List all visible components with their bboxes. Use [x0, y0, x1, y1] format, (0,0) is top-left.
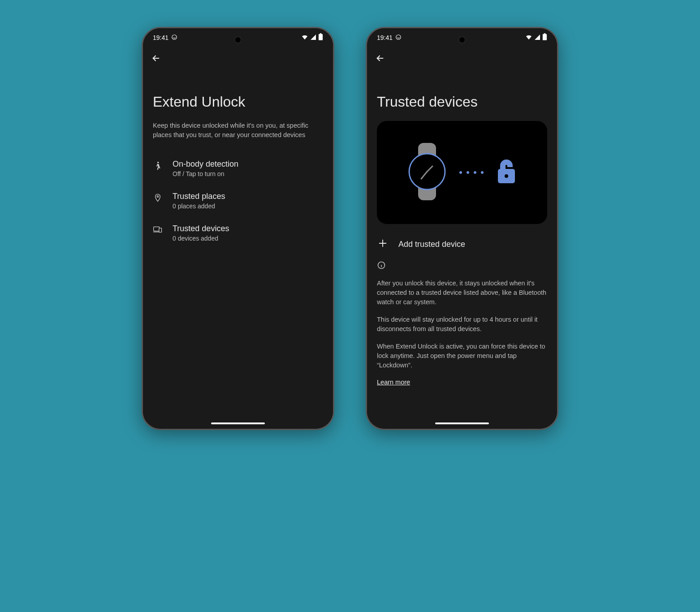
back-arrow-icon[interactable] — [151, 53, 161, 65]
content-area: Trusted devices — [367, 71, 557, 418]
setting-title: Trusted devices — [173, 224, 323, 233]
phone-trusted-devices: 19:41 Trusted devices — [366, 27, 558, 430]
content-area: Extend Unlock Keep this device unlocked … — [143, 71, 333, 418]
location-pin-icon — [153, 192, 163, 203]
info-paragraph-2: This device will stay unlocked for up to… — [377, 315, 547, 334]
status-time: 19:41 — [377, 34, 393, 41]
setting-trusted-devices[interactable]: Trusted devices 0 devices added — [153, 217, 323, 249]
svg-rect-9 — [544, 33, 546, 34]
svg-point-4 — [157, 196, 158, 197]
add-trusted-device[interactable]: Add trusted device — [377, 234, 547, 261]
svg-rect-6 — [159, 228, 162, 232]
devices-icon — [153, 224, 163, 233]
battery-icon — [542, 33, 547, 42]
watch-icon — [406, 140, 448, 205]
app-bar — [143, 47, 333, 71]
battery-icon — [318, 33, 323, 42]
svg-point-0 — [172, 34, 177, 39]
signal-icon — [534, 34, 541, 42]
screen: 19:41 Extend Unlock Keep this device unl… — [143, 28, 333, 429]
svg-point-7 — [396, 34, 401, 39]
nav-handle[interactable] — [211, 422, 265, 424]
setting-title: On-body detection — [173, 159, 323, 169]
page-title: Trusted devices — [377, 94, 547, 110]
setting-title: Trusted places — [173, 192, 323, 201]
svg-rect-5 — [154, 227, 160, 231]
back-arrow-icon[interactable] — [375, 53, 385, 65]
nav-handle[interactable] — [435, 422, 489, 424]
svg-point-13 — [505, 174, 508, 178]
screen: 19:41 Trusted devices — [367, 28, 557, 429]
svg-rect-2 — [320, 33, 322, 34]
svg-rect-1 — [319, 34, 323, 40]
wifi-icon — [301, 34, 308, 42]
plus-icon — [378, 238, 388, 250]
walking-icon — [153, 159, 163, 171]
add-trusted-device-label: Add trusted device — [398, 240, 465, 249]
illustration-card — [377, 121, 547, 224]
phone-extend-unlock: 19:41 Extend Unlock Keep this device unl… — [142, 27, 334, 430]
info-paragraph-1: After you unlock this device, it stays u… — [377, 279, 547, 307]
wifi-icon — [525, 34, 532, 42]
connection-dots — [459, 171, 484, 174]
setting-sub: 0 places added — [173, 203, 323, 210]
page-subtitle: Keep this device unlocked while it's on … — [153, 121, 323, 140]
setting-trusted-places[interactable]: Trusted places 0 places added — [153, 185, 323, 217]
nav-bar — [367, 418, 557, 429]
info-paragraph-3: When Extend Unlock is active, you can fo… — [377, 342, 547, 370]
status-app-icon — [395, 34, 402, 42]
info-icon — [377, 261, 547, 272]
setting-sub: 0 devices added — [173, 235, 323, 242]
page-title: Extend Unlock — [153, 94, 323, 110]
svg-point-3 — [157, 162, 159, 164]
svg-rect-8 — [543, 34, 547, 40]
status-app-icon — [171, 34, 177, 42]
signal-icon — [310, 34, 317, 42]
status-bar: 19:41 — [143, 28, 333, 47]
status-time: 19:41 — [153, 34, 169, 41]
status-bar: 19:41 — [367, 28, 557, 47]
setting-on-body-detection[interactable]: On-body detection Off / Tap to turn on — [153, 152, 323, 185]
setting-sub: Off / Tap to turn on — [173, 170, 323, 177]
nav-bar — [143, 418, 333, 429]
app-bar — [367, 47, 557, 71]
unlock-icon — [495, 158, 518, 187]
learn-more-link[interactable]: Learn more — [377, 379, 410, 386]
